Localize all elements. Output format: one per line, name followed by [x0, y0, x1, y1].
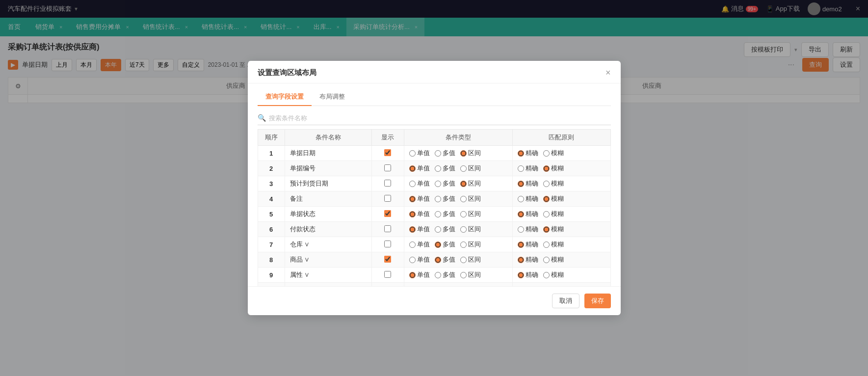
type-radio-label[interactable]: 多值 [435, 149, 455, 158]
match-radio[interactable] [543, 272, 550, 278]
show-checkbox[interactable] [384, 210, 391, 217]
tab-layout[interactable]: 布局调整 [312, 88, 353, 106]
type-radio[interactable] [460, 272, 467, 278]
match-radio[interactable] [543, 257, 550, 263]
type-radio-label[interactable]: 区间 [460, 194, 481, 203]
match-radio[interactable] [543, 226, 550, 233]
match-radio[interactable] [518, 165, 524, 172]
type-radio[interactable] [435, 165, 441, 172]
type-radio-label[interactable]: 区间 [460, 164, 481, 173]
type-radio[interactable] [409, 257, 416, 263]
type-radio[interactable] [435, 242, 441, 248]
type-radio[interactable] [435, 226, 441, 233]
search-input[interactable] [269, 114, 611, 122]
type-radio[interactable] [409, 211, 416, 217]
type-radio-label[interactable]: 区间 [460, 240, 481, 249]
type-radio[interactable] [460, 242, 467, 248]
type-radio[interactable] [435, 181, 441, 187]
type-radio-label[interactable]: 单值 [409, 194, 430, 203]
type-radio-label[interactable]: 区间 [460, 210, 481, 218]
type-radio-label[interactable]: 区间 [460, 255, 481, 264]
type-radio-label[interactable]: 多值 [435, 164, 455, 173]
match-radio-label[interactable]: 精确 [518, 149, 538, 158]
match-radio[interactable] [543, 165, 550, 172]
show-checkbox[interactable] [384, 271, 391, 278]
match-radio-label[interactable]: 精确 [518, 179, 538, 188]
match-radio[interactable] [518, 196, 524, 202]
type-radio-label[interactable]: 区间 [460, 270, 481, 279]
match-radio-label[interactable]: 模糊 [543, 270, 564, 279]
type-radio[interactable] [409, 242, 416, 248]
show-checkbox[interactable] [384, 241, 391, 247]
show-checkbox[interactable] [384, 149, 391, 156]
show-checkbox[interactable] [384, 256, 391, 263]
save-button[interactable]: 保存 [584, 294, 611, 308]
match-radio[interactable] [518, 226, 524, 233]
match-radio-label[interactable]: 模糊 [543, 179, 564, 188]
match-radio-label[interactable]: 模糊 [543, 149, 564, 158]
type-radio-label[interactable]: 单值 [409, 164, 430, 173]
type-radio[interactable] [409, 226, 416, 233]
type-radio-label[interactable]: 多值 [435, 225, 455, 234]
type-radio[interactable] [460, 226, 467, 233]
type-radio-label[interactable]: 单值 [409, 225, 430, 234]
type-radio[interactable] [460, 181, 467, 187]
match-radio-label[interactable]: 模糊 [543, 255, 564, 264]
match-radio[interactable] [543, 181, 550, 187]
match-radio[interactable] [543, 150, 550, 157]
show-checkbox[interactable] [384, 164, 391, 171]
type-radio-label[interactable]: 多值 [435, 270, 455, 279]
type-radio-label[interactable]: 区间 [460, 149, 481, 158]
type-radio-label[interactable]: 单值 [409, 270, 430, 279]
type-radio[interactable] [435, 272, 441, 278]
match-radio-label[interactable]: 精确 [518, 194, 538, 203]
type-radio-label[interactable]: 多值 [435, 255, 455, 264]
type-radio[interactable] [460, 165, 467, 172]
type-radio[interactable] [435, 196, 441, 202]
type-radio-label[interactable]: 单值 [409, 179, 430, 188]
match-radio-label[interactable]: 模糊 [543, 225, 564, 234]
type-radio[interactable] [460, 211, 467, 217]
cancel-button[interactable]: 取消 [552, 294, 579, 308]
match-radio[interactable] [518, 242, 524, 248]
match-radio-label[interactable]: 模糊 [543, 164, 564, 173]
type-radio[interactable] [409, 181, 416, 187]
match-radio-label[interactable]: 模糊 [543, 194, 564, 203]
match-radio[interactable] [543, 242, 550, 248]
type-radio-label[interactable]: 多值 [435, 240, 455, 249]
type-radio[interactable] [435, 211, 441, 217]
match-radio[interactable] [543, 196, 550, 202]
show-checkbox[interactable] [384, 180, 391, 187]
match-radio-label[interactable]: 精确 [518, 164, 538, 173]
type-radio-label[interactable]: 单值 [409, 210, 430, 218]
match-radio-label[interactable]: 精确 [518, 270, 538, 279]
match-radio-label[interactable]: 精确 [518, 255, 538, 264]
match-radio-label[interactable]: 精确 [518, 240, 538, 249]
type-radio[interactable] [409, 196, 416, 202]
type-radio[interactable] [460, 196, 467, 202]
match-radio-label[interactable]: 模糊 [543, 240, 564, 249]
match-radio[interactable] [518, 150, 524, 157]
type-radio-label[interactable]: 单值 [409, 149, 430, 158]
match-radio-label[interactable]: 精确 [518, 210, 538, 218]
type-radio[interactable] [435, 257, 441, 263]
match-radio[interactable] [543, 211, 550, 217]
type-radio[interactable] [435, 150, 441, 157]
type-radio[interactable] [409, 150, 416, 157]
match-radio[interactable] [518, 272, 524, 278]
type-radio[interactable] [460, 150, 467, 157]
match-radio-label[interactable]: 精确 [518, 225, 538, 234]
match-radio[interactable] [518, 257, 524, 263]
type-radio-label[interactable]: 单值 [409, 255, 430, 264]
type-radio[interactable] [409, 272, 416, 278]
type-radio-label[interactable]: 多值 [435, 179, 455, 188]
type-radio-label[interactable]: 多值 [435, 210, 455, 218]
type-radio-label[interactable]: 区间 [460, 179, 481, 188]
tab-fields[interactable]: 查询字段设置 [258, 88, 312, 106]
type-radio-label[interactable]: 区间 [460, 225, 481, 234]
type-radio-label[interactable]: 单值 [409, 240, 430, 249]
show-checkbox[interactable] [384, 225, 391, 232]
type-radio[interactable] [460, 257, 467, 263]
match-radio[interactable] [518, 181, 524, 187]
dialog-close-button[interactable]: × [605, 68, 611, 78]
